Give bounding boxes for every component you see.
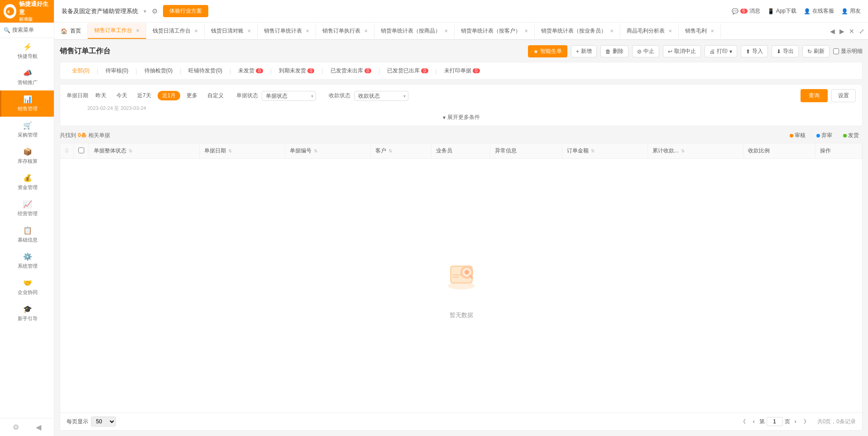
tab-sales-sum-customer[interactable]: 销货单统计表（按客户） ✕ xyxy=(455,24,535,38)
online-service-btn[interactable]: 👤 在线客服 xyxy=(804,7,834,15)
experience-button[interactable]: 体验行业方案 xyxy=(163,5,208,17)
sub-tab-shipped-not-out[interactable]: 已发货未出库 0 xyxy=(324,65,378,76)
tab-close-all-btn[interactable]: ✕ xyxy=(847,27,856,36)
sidebar-item-marketing[interactable]: 📣 营销推广 xyxy=(0,64,54,90)
sub-tab-overdue[interactable]: 到期未发货 0 xyxy=(273,65,321,76)
unreviewed-action-btn[interactable]: 弃审 xyxy=(813,131,836,140)
tab-close-sales-sum-customer[interactable]: ✕ xyxy=(524,28,528,33)
collapse-icon[interactable]: ◀ xyxy=(36,423,41,431)
tab-close-sales-workbench[interactable]: ✕ xyxy=(136,28,139,33)
tab-prev-btn[interactable]: ◀ xyxy=(828,27,837,36)
date-1month[interactable]: 近1月 xyxy=(158,91,181,100)
refresh-btn[interactable]: ↻ 刷新 xyxy=(802,45,830,57)
payment-select[interactable]: 收款状态 xyxy=(354,91,408,101)
search-menu-item[interactable]: 🔍 搜索菜单 xyxy=(0,23,54,38)
sidebar-item-guide[interactable]: 🎓 新手引导 xyxy=(0,300,54,327)
first-page-btn[interactable]: 《 xyxy=(738,417,748,427)
sidebar-item-label: 库存核算 xyxy=(18,158,38,165)
tab-close-cash-daily[interactable]: ✕ xyxy=(194,28,198,33)
sub-tab-pending-inspect[interactable]: 待抽检货(0) xyxy=(138,65,179,76)
page-input[interactable] xyxy=(767,417,783,426)
select-all-checkbox[interactable] xyxy=(78,147,84,153)
main-content: 装备及固定资产辅助管理系统 ▾ ⚙ 体验行业方案 💬 6 消息 📱 App下载 … xyxy=(54,0,868,436)
settings-icon[interactable]: ⚙ xyxy=(13,423,19,431)
new-btn[interactable]: + 新增 xyxy=(571,45,597,57)
sidebar-item-basic-info[interactable]: 📋 基础信息 xyxy=(0,222,54,248)
tab-close-sales-sum-staff[interactable]: ✕ xyxy=(610,28,614,33)
tab-sales-stats[interactable]: 销售订单统计表 ✕ xyxy=(258,24,316,38)
show-detail-toggle[interactable]: 显示明细 xyxy=(833,47,863,55)
sub-tab-shipped-out[interactable]: 已发货已出库 0 xyxy=(381,65,435,76)
show-detail-checkbox[interactable] xyxy=(833,48,839,54)
sidebar-item-system[interactable]: ⚙️ 系统管理 xyxy=(0,248,54,274)
tab-product-margin[interactable]: 商品毛利分析表 ✕ xyxy=(620,24,679,38)
tab-cash-reconcile[interactable]: 钱货日清对账 ✕ xyxy=(205,24,258,38)
date-yesterday[interactable]: 昨天 xyxy=(92,91,110,100)
filter-setting-btn[interactable]: 设置 xyxy=(831,89,856,102)
sort-icon[interactable]: ⇅ xyxy=(228,148,232,153)
sub-tab-not-printed[interactable]: 未打印单据 0 xyxy=(438,65,486,76)
table-wrapper: ⠿ 单据整体状态 ⇅ 单据日期 ⇅ xyxy=(60,143,863,431)
review-action-btn[interactable]: 审核 xyxy=(786,131,809,140)
sort-icon[interactable]: ⇅ xyxy=(129,148,132,153)
message-btn[interactable]: 💬 6 消息 xyxy=(732,7,760,15)
smart-create-btn[interactable]: ★ 智能生单 xyxy=(528,45,567,57)
table-scroll-area[interactable]: ⠿ 单据整体状态 ⇅ 单据日期 ⇅ xyxy=(60,143,862,159)
sidebar-item-sales[interactable]: 📊 销售管理 xyxy=(0,90,54,117)
sidebar-item-inventory[interactable]: 📦 库存核算 xyxy=(0,143,54,169)
delete-btn[interactable]: 🗑 删除 xyxy=(600,45,628,57)
sidebar-item-purchase[interactable]: 🛒 采购管理 xyxy=(0,117,54,143)
sort-icon[interactable]: ⇅ xyxy=(681,148,685,153)
app-download-btn[interactable]: 📱 App下载 xyxy=(767,7,796,15)
guide-icon: 🎓 xyxy=(23,305,32,313)
last-page-btn[interactable]: 》 xyxy=(801,417,812,427)
sub-tab-all[interactable]: 全部(0) xyxy=(66,65,96,76)
tab-close-sales-sum-product[interactable]: ✕ xyxy=(444,28,448,33)
divider: | xyxy=(97,68,98,74)
tab-sales-sum-staff[interactable]: 销货单统计表（按业务员） ✕ xyxy=(535,24,620,38)
date-today[interactable]: 今天 xyxy=(113,91,131,100)
date-custom[interactable]: 自定义 xyxy=(204,91,227,100)
sub-tab-not-shipped[interactable]: 未发货 0 xyxy=(232,65,269,76)
sidebar-item-quick-nav[interactable]: ⚡ 快捷导航 xyxy=(0,38,54,64)
sub-tab-wangpu[interactable]: 旺铺待发货(0) xyxy=(182,65,229,76)
tab-sales-workbench[interactable]: 销售订单工作台 ✕ xyxy=(88,23,146,39)
date-more[interactable]: 更多 xyxy=(183,91,201,100)
date-7days[interactable]: 近7天 xyxy=(134,91,155,100)
sidebar-item-finance[interactable]: 💰 资金管理 xyxy=(0,169,54,195)
cancel-stop-btn[interactable]: ↩ 取消中止 xyxy=(663,45,701,57)
sort-icon[interactable]: ⇅ xyxy=(314,148,317,153)
search-btn[interactable]: 查询 xyxy=(801,89,828,102)
next-page-btn[interactable]: › xyxy=(792,417,799,426)
sort-icon[interactable]: ⇅ xyxy=(388,148,392,153)
dropdown-icon[interactable]: ▾ xyxy=(144,8,146,14)
expand-conditions-btn[interactable]: ▾ 展开更多条件 xyxy=(67,114,856,121)
user-btn[interactable]: 👤 用友 xyxy=(841,7,861,15)
page-size-select[interactable]: 50 10 20 100 xyxy=(91,417,116,427)
tab-sales-more[interactable]: 销售毛利 ✕ xyxy=(679,24,721,38)
stop-btn[interactable]: ⊘ 中止 xyxy=(632,45,659,57)
status-select[interactable]: 单据状态 xyxy=(262,91,316,101)
export-btn[interactable]: ⬇ 导出 xyxy=(772,45,799,57)
sidebar-item-operations[interactable]: 📈 经营管理 xyxy=(0,195,54,222)
tab-close-sales-more[interactable]: ✕ xyxy=(710,28,714,33)
sort-icon[interactable]: ⇅ xyxy=(591,148,595,153)
tab-home[interactable]: 🏠 首页 xyxy=(54,24,88,38)
tab-close-sales-exec[interactable]: ✕ xyxy=(364,28,368,33)
prev-page-btn[interactable]: ‹ xyxy=(750,417,758,426)
tab-close-cash-reconcile[interactable]: ✕ xyxy=(247,28,251,33)
tab-next-btn[interactable]: ▶ xyxy=(838,27,846,36)
ship-action-btn[interactable]: 发货 xyxy=(839,131,863,140)
tab-close-product-margin[interactable]: ✕ xyxy=(668,28,672,33)
tab-cash-daily[interactable]: 钱货日清工作台 ✕ xyxy=(146,24,205,38)
tab-expand-btn[interactable]: ⤢ xyxy=(857,27,866,36)
sidebar-item-collab[interactable]: 🤝 企业协同 xyxy=(0,274,54,300)
payment-select-wrapper: 收款状态 xyxy=(354,91,408,101)
tab-sales-sum-product[interactable]: 销货单统计表（按商品） ✕ xyxy=(374,24,455,38)
tab-close-sales-stats[interactable]: ✕ xyxy=(306,28,309,33)
settings-header-icon[interactable]: ⚙ xyxy=(152,7,158,15)
sub-tab-pending-review[interactable]: 待审核(0) xyxy=(99,65,135,76)
import-btn[interactable]: ⬆ 导入 xyxy=(741,45,768,57)
print-btn[interactable]: 🖨 打印 ▾ xyxy=(705,45,737,57)
tab-sales-exec[interactable]: 销售订单执行表 ✕ xyxy=(316,24,374,38)
